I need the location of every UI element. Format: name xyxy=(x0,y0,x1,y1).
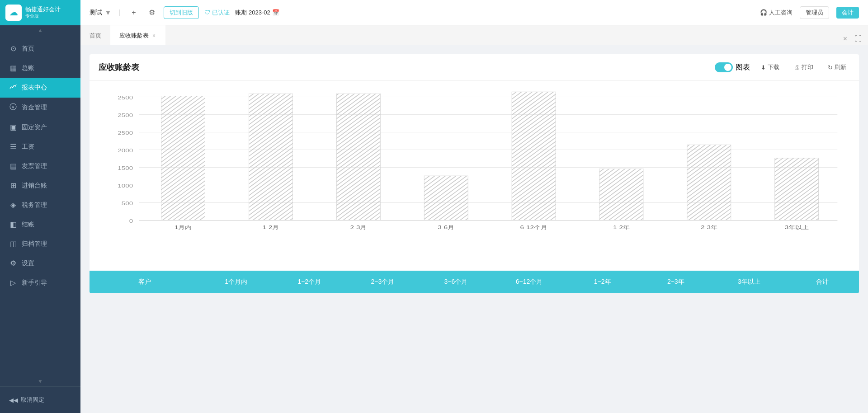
col-customer: 客户 xyxy=(90,271,199,293)
switch-version-button[interactable]: 切到旧版 xyxy=(164,6,199,19)
gear-icon: ⚙ xyxy=(149,8,155,17)
bar-1-2years xyxy=(599,169,643,221)
calendar-icon[interactable]: 📅 xyxy=(272,9,279,16)
scroll-down-indicator[interactable]: ▼ xyxy=(0,376,80,386)
print-icon: 🖨 xyxy=(794,64,800,71)
sidebar-item-ledger[interactable]: ▦ 总账 xyxy=(0,58,80,78)
col-3-6months: 3~6个月 xyxy=(419,271,492,293)
sidebar-item-home[interactable]: ⊙ 首页 xyxy=(0,39,80,58)
refresh-label: 刷新 xyxy=(835,63,846,71)
chart-toggle[interactable]: 图表 xyxy=(715,62,750,72)
bar-3-6months xyxy=(424,176,468,221)
svg-text:500: 500 xyxy=(122,201,133,206)
print-label: 打印 xyxy=(802,63,813,71)
sidebar-item-label: 归档管理 xyxy=(22,240,47,248)
svg-text:0: 0 xyxy=(129,218,133,224)
bar-2-3years xyxy=(687,145,731,220)
cancel-fix-label: 取消固定 xyxy=(21,396,44,404)
headset-icon: 🎧 xyxy=(760,9,767,16)
svg-text:1-2月: 1-2月 xyxy=(262,225,279,230)
svg-text:3年以上: 3年以上 xyxy=(785,225,809,230)
sidebar-item-fixed-assets[interactable]: ▣ 固定资产 xyxy=(0,117,80,137)
sidebar-nav: ⊙ 首页 ▦ 总账 报表中心 ¥ 资金管理 ▣ 固定资产 ☰ 工资 ▤ xyxy=(0,35,80,376)
chart-toggle-label: 图表 xyxy=(736,63,750,72)
add-button[interactable]: + xyxy=(127,6,140,19)
sidebar-item-label: 发票管理 xyxy=(22,162,47,170)
tab-home[interactable]: 首页 xyxy=(80,25,110,45)
payroll-icon: ☰ xyxy=(9,142,17,151)
col-total: 合计 xyxy=(786,271,859,293)
sidebar-item-reports[interactable]: 报表中心 xyxy=(0,78,80,98)
sidebar-item-payroll[interactable]: ☰ 工资 xyxy=(0,137,80,156)
download-button[interactable]: ⬇ 下载 xyxy=(757,61,783,73)
svg-text:1月内: 1月内 xyxy=(175,225,192,230)
svg-text:2500: 2500 xyxy=(118,130,133,136)
sidebar-item-label: 结账 xyxy=(22,221,34,229)
col-1-2years: 1~2年 xyxy=(566,271,639,293)
sidebar-item-label: 报表中心 xyxy=(22,84,47,92)
settings-icon: ⚙ xyxy=(9,259,17,268)
col-6-12months: 6~12个月 xyxy=(493,271,566,293)
dropdown-icon: ▼ xyxy=(105,9,111,16)
support-label: 人工咨询 xyxy=(769,9,793,17)
role-button[interactable]: 会计 xyxy=(836,7,859,19)
table-header: 客户 1个月内 1~2个月 2~3个月 3~6个月 6~12个月 1~2年 2~… xyxy=(90,271,859,293)
refresh-button[interactable]: ↻ 刷新 xyxy=(824,61,850,73)
col-2-3years: 2~3年 xyxy=(639,271,712,293)
sidebar-item-settings[interactable]: ⚙ 设置 xyxy=(0,253,80,273)
window-close-button[interactable]: × xyxy=(841,33,849,45)
report-actions: 图表 ⬇ 下载 🖨 打印 ↻ 刷新 xyxy=(715,61,850,73)
col-3plus-years: 3年以上 xyxy=(712,271,786,293)
shield-icon: 🛡 xyxy=(204,9,210,16)
funds-icon: ¥ xyxy=(9,103,17,112)
sidebar-item-invoices[interactable]: ▤ 发票管理 xyxy=(0,156,80,176)
sidebar-item-tax[interactable]: ◈ 税务管理 xyxy=(0,195,80,215)
tax-icon: ◈ xyxy=(9,201,17,209)
svg-text:¥: ¥ xyxy=(11,105,14,109)
report-container: 应收账龄表 图表 ⬇ 下载 🖨 打印 ↻ xyxy=(90,54,859,293)
svg-text:6-12个月: 6-12个月 xyxy=(520,225,547,230)
project-selector[interactable]: 测试 ▼ xyxy=(90,9,111,17)
guide-icon: ▷ xyxy=(9,278,17,287)
sidebar-item-archive[interactable]: ◫ 归档管理 xyxy=(0,234,80,253)
cancel-fix-button[interactable]: ◀◀ 取消固定 xyxy=(0,391,80,408)
period-info: 账期 2023-02 📅 xyxy=(235,9,279,17)
bar-2-3months xyxy=(336,94,380,220)
sidebar-item-closing[interactable]: ◧ 结账 xyxy=(0,215,80,234)
sidebar-item-label: 资金管理 xyxy=(22,103,47,112)
tab-close-button[interactable]: × xyxy=(151,32,156,40)
expand-button[interactable]: ⛶ xyxy=(853,33,863,45)
inventory-icon: ⊞ xyxy=(9,181,17,190)
report-header: 应收账龄表 图表 ⬇ 下载 🖨 打印 ↻ xyxy=(90,54,859,81)
sidebar-item-funds[interactable]: ¥ 资金管理 xyxy=(0,98,80,117)
col-1month: 1个月内 xyxy=(199,271,273,293)
archive-icon: ◫ xyxy=(9,239,17,248)
sidebar-bottom: ◀◀ 取消固定 xyxy=(0,386,80,413)
settings-button[interactable]: ⚙ xyxy=(146,6,158,19)
app-name: 畅捷通好会计 xyxy=(25,6,61,14)
print-button[interactable]: 🖨 打印 xyxy=(790,61,817,73)
support-button[interactable]: 🎧 人工咨询 xyxy=(760,9,793,17)
col-1-2months: 1~2个月 xyxy=(273,271,346,293)
invoices-icon: ▤ xyxy=(9,162,17,170)
sidebar-item-inventory[interactable]: ⊞ 进销台账 xyxy=(0,176,80,195)
add-icon: + xyxy=(132,9,136,17)
separator: | xyxy=(118,9,120,17)
bar-6-12months xyxy=(512,92,556,220)
svg-text:3-6月: 3-6月 xyxy=(438,225,454,230)
scroll-up-indicator[interactable]: ▲ xyxy=(0,25,80,35)
user-button[interactable]: 管理员 xyxy=(800,6,829,19)
svg-text:2-3年: 2-3年 xyxy=(701,225,717,230)
bar-chart: 2500 2500 2500 2000 1500 1000 500 0 xyxy=(99,90,850,262)
svg-text:2-3月: 2-3月 xyxy=(350,225,367,230)
certified-label: 已认证 xyxy=(212,9,230,17)
home-tab-label: 首页 xyxy=(90,32,101,40)
svg-text:2000: 2000 xyxy=(118,148,133,154)
sidebar-item-label: 设置 xyxy=(22,259,34,268)
sidebar-item-label: 首页 xyxy=(22,45,34,53)
sidebar-item-guide[interactable]: ▷ 新手引导 xyxy=(0,273,80,292)
chart-toggle-switch[interactable] xyxy=(715,62,733,72)
main-content: 测试 ▼ | + ⚙ 切到旧版 🛡 已认证 账期 2023-02 📅 🎧 人工咨… xyxy=(80,0,868,413)
topbar-right: 🎧 人工咨询 管理员 会计 xyxy=(760,6,859,19)
tab-receivable-aging[interactable]: 应收账龄表 × xyxy=(110,25,165,45)
